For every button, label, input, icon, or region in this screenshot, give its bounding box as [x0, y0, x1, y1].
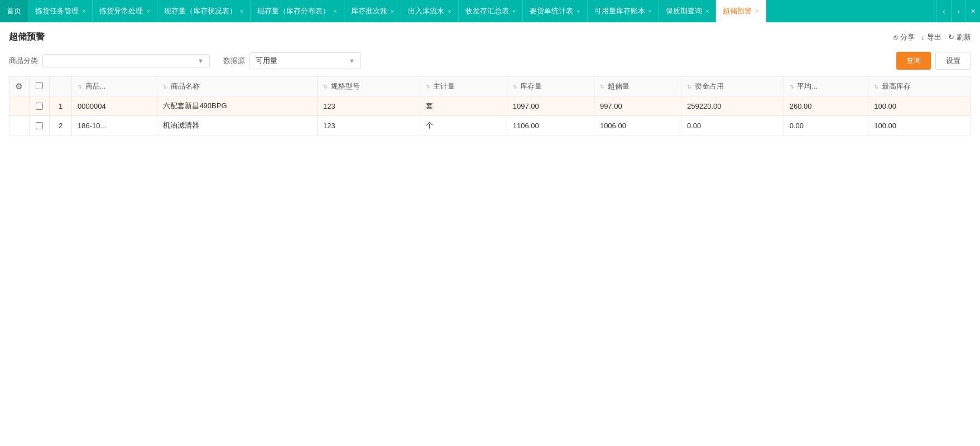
table-row: 2 186-10... 机油滤清器 123 个 1106.00 1006.00 … — [9, 116, 971, 135]
th-stock: ⇅ 库存量 — [507, 77, 594, 96]
row-max-stock-0: 100.00 — [868, 96, 971, 116]
sort-avg-icon[interactable]: ⇅ — [790, 84, 794, 90]
datasource-chevron-icon: ▼ — [349, 57, 355, 64]
close-stock-status-tab[interactable]: × — [240, 8, 243, 14]
th-unit: ⇅ 主计量 — [420, 77, 507, 96]
share-icon: ⎋ — [893, 33, 898, 41]
row-avg-0: 260.00 — [784, 96, 868, 116]
row-product-code-0: 0000004 — [72, 96, 157, 116]
row-unit-1: 个 — [420, 116, 507, 135]
row-gear-cell — [9, 96, 30, 116]
row-spec-0: 123 — [317, 96, 420, 116]
close-stock-dist-tab[interactable]: × — [333, 8, 337, 14]
th-product-code: ⇅ 商品... — [72, 77, 157, 96]
refresh-button[interactable]: ↻ 刷新 — [948, 32, 971, 42]
nav-quality[interactable]: 保质期查询 × — [659, 0, 716, 22]
datasource-label: 数据源 — [223, 56, 245, 66]
close-avail-tab[interactable]: × — [648, 8, 652, 14]
sort-product-name-icon[interactable]: ⇅ — [163, 84, 167, 90]
th-index — [50, 77, 72, 96]
th-overstock: ⇅ 超储量 — [594, 77, 681, 96]
nav-stock-status[interactable]: 现存量（库存状况表） × — [157, 0, 251, 22]
settings-button[interactable]: 设置 — [935, 52, 971, 70]
nav-prev-arrow[interactable]: ‹ — [936, 0, 951, 22]
nav-collect[interactable]: 收发存汇总表 × — [459, 0, 523, 22]
row-product-code-1: 186-10... — [72, 116, 157, 135]
select-all-checkbox[interactable] — [36, 82, 43, 89]
filter-row: 商品分类 ▼ 数据源 可用量 ▼ 查询 设置 — [9, 52, 971, 70]
close-overstock-tab[interactable]: × — [755, 8, 758, 14]
sort-capital-icon[interactable]: ⇅ — [687, 84, 691, 90]
gear-icon[interactable]: ⚙ — [15, 81, 22, 91]
row-checkbox-1[interactable] — [36, 122, 43, 129]
row-checkbox-0[interactable] — [36, 103, 43, 110]
row-stock-0: 1097.00 — [507, 96, 594, 116]
nav-home[interactable]: 首页 — [0, 0, 28, 22]
header-actions: ⎋ 分享 ↓ 导出 ↻ 刷新 — [893, 32, 972, 42]
row-spec-1: 123 — [317, 116, 420, 135]
nav-overstock[interactable]: 超储预警 × — [716, 0, 766, 22]
sort-unit-icon[interactable]: ⇅ — [426, 84, 430, 90]
row-index-0: 1 — [50, 96, 72, 116]
category-label: 商品分类 — [9, 56, 38, 66]
sort-spec-icon[interactable]: ⇅ — [323, 84, 328, 90]
close-inout-tab[interactable]: × — [448, 8, 451, 14]
nav-close-arrow[interactable]: × — [965, 0, 980, 22]
share-button[interactable]: ⎋ 分享 — [893, 32, 915, 42]
query-button[interactable]: 查询 — [896, 52, 931, 70]
top-navigation: 首页 拣货任务管理 × 拣货异常处理 × 现存量（库存状况表） × 现存量（库存… — [0, 0, 980, 22]
nav-order-stat[interactable]: 要货单统计表 × — [523, 0, 587, 22]
close-abnormal-tab[interactable]: × — [146, 8, 150, 14]
nav-avail[interactable]: 可用量库存账本 × — [588, 0, 659, 22]
row-overstock-1: 1006.00 — [594, 116, 681, 135]
th-capital: ⇅ 资金占用 — [681, 77, 784, 96]
row-stock-1: 1106.00 — [507, 116, 594, 135]
sort-overstock-icon[interactable]: ⇅ — [600, 84, 604, 90]
category-filter-group: 商品分类 ▼ — [9, 54, 210, 67]
datasource-select[interactable]: 可用量 ▼ — [249, 52, 361, 69]
row-avg-1: 0.00 — [784, 116, 868, 135]
th-spec: ⇅ 规格型号 — [317, 77, 420, 96]
row-product-name-0: 六配套新昌490BPG — [157, 96, 318, 116]
nav-inout[interactable]: 出入库流水 × — [401, 0, 458, 22]
row-checkbox-cell — [30, 96, 50, 116]
th-avg: ⇅ 平均... — [784, 77, 868, 96]
nav-batch[interactable]: 库存批次账 × — [344, 0, 401, 22]
sort-stock-icon[interactable]: ⇅ — [513, 84, 517, 90]
category-select[interactable]: ▼ — [42, 54, 210, 67]
export-icon: ↓ — [921, 33, 925, 41]
row-product-name-1: 机油滤清器 — [157, 116, 318, 135]
export-button[interactable]: ↓ 导出 — [921, 32, 942, 42]
sort-product-code-icon[interactable]: ⇅ — [78, 84, 82, 90]
row-unit-0: 套 — [420, 96, 507, 116]
refresh-icon: ↻ — [948, 33, 954, 41]
row-gear-cell — [9, 116, 30, 135]
th-product-name: ⇅ 商品名称 — [157, 77, 318, 96]
row-index-1: 2 — [50, 116, 72, 135]
data-table: ⚙ ⇅ 商品... ⇅ 商品名称 ⇅ 规格型号 — [9, 76, 971, 135]
row-capital-0: 259220.00 — [681, 96, 784, 116]
datasource-value: 可用量 — [256, 56, 277, 66]
close-task-tab[interactable]: × — [82, 8, 85, 14]
row-max-stock-1: 100.00 — [868, 116, 971, 135]
row-capital-1: 0.00 — [681, 116, 784, 135]
th-checkbox — [30, 77, 50, 96]
close-quality-tab[interactable]: × — [705, 8, 709, 14]
datasource-filter-group: 数据源 可用量 ▼ — [223, 52, 361, 69]
filter-actions: 查询 设置 — [896, 52, 971, 70]
nav-arrows: ‹ › × — [936, 0, 980, 22]
close-collect-tab[interactable]: × — [512, 8, 516, 14]
row-overstock-0: 997.00 — [594, 96, 681, 116]
close-order-stat-tab[interactable]: × — [577, 8, 580, 14]
nav-abnormal[interactable]: 拣货异常处理 × — [93, 0, 157, 22]
close-batch-tab[interactable]: × — [391, 8, 394, 14]
table-row: 1 0000004 六配套新昌490BPG 123 套 1097.00 997.… — [9, 96, 971, 116]
main-content: 超储预警 ⎋ 分享 ↓ 导出 ↻ 刷新 商品分类 ▼ 数据源 — [0, 22, 980, 446]
nav-next-arrow[interactable]: › — [951, 0, 965, 22]
th-max-stock: ⇅ 最高库存 — [868, 77, 971, 96]
nav-task[interactable]: 拣货任务管理 × — [28, 0, 93, 22]
page-title: 超储预警 — [9, 31, 45, 43]
nav-stock-dist[interactable]: 现存量（库存分布表） × — [251, 0, 344, 22]
sort-max-stock-icon[interactable]: ⇅ — [874, 84, 878, 90]
th-gear: ⚙ — [9, 77, 30, 96]
